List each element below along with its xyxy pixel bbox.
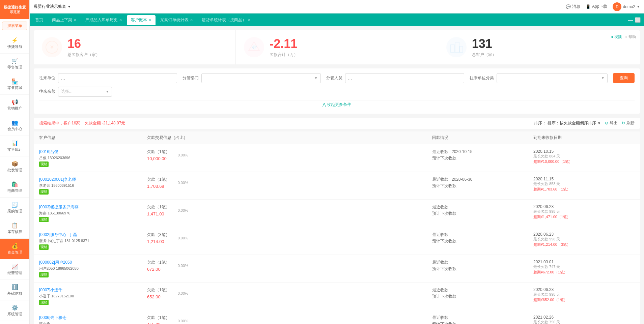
- due-cell: 2021.02.26 最长欠款 750 天 超期¥455.90（1笔）: [533, 315, 635, 324]
- tab-home[interactable]: 首页: [31, 15, 47, 25]
- app-download-label: App下载: [592, 4, 607, 9]
- source-unit-input[interactable]: ...: [58, 73, 177, 83]
- sidebar-label-retail-mgmt: 零售管理: [0, 65, 29, 70]
- customer-name-link[interactable]: [0007]小迸千: [39, 288, 62, 292]
- sort-selector[interactable]: 排序： 排序：按欠款金额倒序排序 ▼: [534, 120, 601, 126]
- sidebar-item-enterprise[interactable]: 🤝 企业协同: [0, 321, 29, 324]
- collection-cell: 最近收款 2020-06-30 预计下次收款: [432, 177, 533, 189]
- collection-cell: 最近收款 2020-10-15 预计下次收款: [432, 149, 533, 161]
- sidebar-item-system[interactable]: ⚙️ 系统管理: [0, 300, 29, 321]
- search-button[interactable]: 查询: [613, 73, 635, 83]
- overdue-days: 最长欠款 853 天: [533, 181, 635, 186]
- tab-customer-account-close[interactable]: ✕: [148, 18, 151, 22]
- last-collection-label: 最近收款: [432, 315, 448, 320]
- sidebar-item-retail-stats[interactable]: 📊 零售统计: [0, 136, 29, 156]
- finance-icon: 💰: [0, 243, 29, 249]
- tab-product-history[interactable]: 产成品入库单历史 ✕: [81, 15, 126, 25]
- collection-cell: 最近收款 预计下次收款: [432, 260, 533, 272]
- department-select[interactable]: ▼: [201, 73, 320, 83]
- sidebar-item-marketing[interactable]: 📢 营销推广: [0, 95, 29, 115]
- results-actions: 排序： 排序：按欠款金额倒序排序 ▼ ⊙ 导出 ↻ 刷新: [534, 120, 635, 126]
- overdue-link[interactable]: 超期¥1,471.00（1笔）: [533, 215, 570, 219]
- customer-name-link[interactable]: [0016]吕俊: [39, 149, 58, 154]
- collection-cell: 最近收款 预计下次收款: [432, 204, 533, 216]
- tab-product-offline[interactable]: 商品上下架 ✕: [48, 15, 81, 25]
- debt-cell: 欠款（1笔） 672.00 0.00%: [147, 260, 432, 272]
- minimize-icon[interactable]: —: [628, 17, 633, 23]
- filter-collapse-button[interactable]: ⋀ 收起更多条件: [39, 100, 635, 109]
- debt-percent: 0.00%: [178, 319, 188, 323]
- filter-row-2: 往来余额 选择... ▼: [39, 87, 635, 97]
- unit-category-select[interactable]: ▼: [497, 73, 608, 83]
- due-date: 2020.11.15: [533, 177, 635, 181]
- debt-customers-info: 16 总欠款客户（家）: [67, 37, 227, 58]
- customer-name-link[interactable]: [0002]服务中心_丁磊: [39, 232, 77, 237]
- results-info: 搜索结果中，客户16家 欠款金额 -21,148.07元: [39, 120, 125, 126]
- sidebar-item-finance[interactable]: 💰 资金管理: [0, 239, 29, 259]
- sidebar-item-retail-mall[interactable]: 🏪 零售商城: [0, 74, 29, 95]
- overdue-days: 最长欠款 884 天: [533, 154, 635, 159]
- collection-info: 最近收款 2020-06-30: [432, 177, 533, 182]
- refresh-button[interactable]: ↻ 刷新: [622, 120, 635, 126]
- overdue-link[interactable]: 超期¥652.00（1笔）: [533, 298, 567, 302]
- debt-amount: 652.00: [147, 294, 170, 299]
- customer-name-link[interactable]: [0003]畅捷服务尹海燕: [39, 205, 79, 209]
- industry-selector[interactable]: 母婴行业演示账套 ▼: [34, 4, 71, 9]
- sidebar-item-member[interactable]: 👥 会员中心: [0, 115, 29, 136]
- due-date: 2020.06.23: [533, 204, 635, 209]
- tab-product-history-close[interactable]: ✕: [119, 18, 122, 22]
- user-dropdown-icon: ▼: [637, 5, 640, 8]
- overdue-link[interactable]: 超期¥10,000.00（1笔）: [533, 159, 572, 164]
- export-icon: ⊙: [605, 121, 608, 125]
- customer-tag: 现销: [39, 189, 49, 195]
- video-action[interactable]: ● 视频: [611, 34, 622, 39]
- due-date: 2020.06.23: [533, 287, 635, 292]
- tab-import-stats-close[interactable]: ✕: [248, 18, 251, 22]
- sidebar-item-operation[interactable]: 📈 经营管理: [0, 259, 29, 280]
- overdue-link[interactable]: 超期¥1,214.00（3笔）: [533, 242, 570, 246]
- collection-cell: 最近收款 预计下次收款: [432, 287, 533, 299]
- user-profile[interactable]: D demo2 ▼: [613, 2, 640, 11]
- tab-purchase-order-close[interactable]: ✕: [190, 18, 193, 22]
- overdue-days: 最长欠款 998 天: [533, 292, 635, 297]
- customer-name-link[interactable]: [0001020001]李老师: [39, 177, 76, 182]
- customer-name-link[interactable]: [000002]用户2050: [39, 260, 72, 265]
- sidebar-label-member: 会员中心: [0, 126, 29, 131]
- export-button[interactable]: ⊙ 导出: [605, 120, 618, 126]
- tab-product-offline-close[interactable]: ✕: [74, 18, 77, 22]
- table-row: [0006]去下粮仓 陈小希 现销 欠款（1笔） 455.90 0.00%: [34, 310, 640, 324]
- sidebar-item-quick-nav[interactable]: ⚡ 快捷导航: [0, 33, 29, 54]
- balance-value: 选择...: [61, 89, 73, 94]
- logo-text: 畅捷通好生意: [4, 5, 26, 9]
- customer-name-link[interactable]: [0006]去下粮仓: [39, 315, 66, 320]
- sidebar-item-retail-mgmt[interactable]: 🛒 零售管理: [0, 54, 29, 74]
- due-cell: 2020.06.23 最长欠款 998 天 超期¥652.00（1笔）: [533, 287, 635, 302]
- sidebar-item-batch-mgmt[interactable]: 📦 批发管理: [0, 156, 29, 177]
- sidebar-item-basic-info[interactable]: ℹ️ 基础信息: [0, 280, 29, 300]
- maximize-icon[interactable]: ⬜: [635, 17, 641, 23]
- overdue-link[interactable]: 超期¥672.00（1笔）: [533, 270, 567, 274]
- manager-input[interactable]: ...: [345, 73, 464, 83]
- balance-select[interactable]: 选择... ▼: [58, 87, 112, 97]
- basic-info-icon: ℹ️: [0, 284, 29, 290]
- overdue-link[interactable]: 超期¥1,703.68（1笔）: [533, 187, 570, 191]
- message-button[interactable]: 💬 消息: [566, 4, 580, 9]
- debt-cell: 欠款（1笔） 652.00 0.00%: [147, 287, 432, 299]
- sidebar-item-inventory[interactable]: 📋 库存核算: [0, 218, 29, 239]
- app-download-button[interactable]: 📱 App下载: [586, 4, 607, 9]
- sidebar-item-ecommerce[interactable]: 🛍️ 电商管理: [0, 177, 29, 198]
- total-customers-label: 总客户（家）: [472, 52, 632, 58]
- help-action[interactable]: ⊙ 帮助: [624, 34, 636, 39]
- tab-customer-account[interactable]: 客户账本 ✕: [127, 15, 156, 25]
- tab-product-history-label: 产成品入库单历史: [85, 17, 118, 23]
- sidebar-item-purchase[interactable]: 🧾 采购管理: [0, 198, 29, 218]
- tab-import-stats[interactable]: 进货单统计表（按商品） ✕: [198, 15, 255, 25]
- tab-purchase-order[interactable]: 采购订单统计表 ✕: [156, 15, 197, 25]
- debt-amount-label: 欠款合计（万）: [270, 52, 429, 58]
- debt-amount: 455.90: [147, 322, 170, 324]
- due-date: 2020.10.15: [533, 149, 635, 154]
- search-menu-button[interactable]: 搜索菜单: [2, 22, 27, 30]
- debt-row: 欠款（1笔） 1,471.00 0.00%: [147, 204, 432, 216]
- last-collection-label: 最近收款: [432, 288, 448, 292]
- industry-dropdown-icon: ▼: [67, 5, 71, 8]
